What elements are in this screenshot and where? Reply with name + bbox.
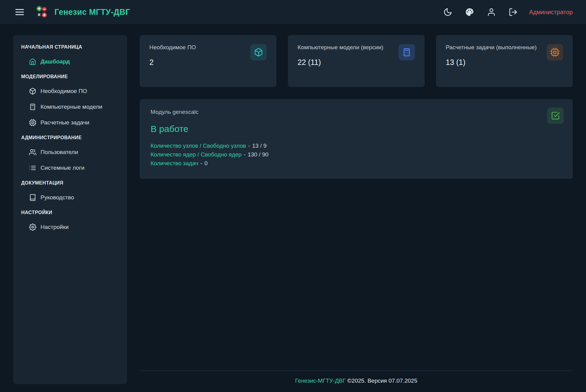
home-icon [29, 58, 36, 65]
sidebar-item-label: Дашбоард [41, 58, 70, 65]
user-role-label: Администратор [529, 9, 573, 16]
stat-label: Необходимое ПО [149, 44, 196, 51]
stat-card-calculation-tasks: Расчетные задачи (выполненные) 13 (1) [436, 35, 573, 87]
menu-toggle-button[interactable] [13, 6, 26, 18]
stat-label: Компьютерные модели (версии) [298, 44, 383, 51]
palette-button[interactable] [464, 6, 475, 18]
cpu-icon [547, 44, 563, 60]
metric-cores: Количество ядер / Свободно ядер-130 / 90 [151, 150, 562, 159]
footer: Генезис-МГТУ-ДВГ ©2025. Версия 07.07.202… [140, 371, 573, 384]
sidebar-item-dashboard[interactable]: Дашбоард [13, 54, 127, 69]
sidebar-item-required-software[interactable]: Необходимое ПО [13, 83, 127, 99]
sidebar-item-computer-models[interactable]: Компьютерные модели [13, 99, 127, 115]
module-status: В работе [151, 124, 562, 134]
metric-tasks: Количество задач-0 [151, 159, 562, 168]
hamburger-icon [15, 7, 25, 17]
app-logo-icon [34, 5, 50, 19]
sidebar-item-label: Настройки [41, 224, 69, 230]
calculator-icon [29, 103, 36, 111]
theme-toggle-button[interactable] [442, 6, 454, 18]
metric-nodes: Количество узлов / Свободно узлов-13 / 9 [151, 141, 562, 150]
sidebar-section-settings: НАСТРОЙКИ [13, 205, 127, 219]
stat-value: 2 [149, 58, 196, 67]
page-title: Генезис МГТУ-ДВГ [54, 8, 130, 17]
users-icon [29, 149, 36, 156]
module-title: Модуль genescalc [151, 109, 562, 115]
sidebar-item-system-logs[interactable]: Системные логи [13, 160, 127, 176]
module-status-card: Модуль genescalc В работе Количество узл… [140, 99, 573, 179]
calculator-icon [399, 44, 415, 60]
main-content: Необходимое ПО 2 Компьютерные модели (ве… [140, 35, 573, 384]
sidebar-item-label: Системные логи [41, 165, 84, 171]
sidebar-item-label: Руководство [41, 194, 74, 201]
app-body: НАЧАЛЬНАЯ СТРАНИЦА Дашбоард МОДЕЛИРОВАНИ… [0, 24, 586, 392]
profile-button[interactable] [486, 6, 497, 18]
logout-button[interactable] [507, 6, 519, 18]
sidebar-item-label: Пользователи [41, 149, 78, 156]
sidebar-section-administration: АДМИНИСТРИРОВАНИЕ [13, 130, 127, 144]
list-icon [29, 164, 36, 172]
sidebar: НАЧАЛЬНАЯ СТРАНИЦА Дашбоард МОДЕЛИРОВАНИ… [13, 35, 127, 384]
module-metrics: Количество узлов / Свободно узлов-13 / 9… [151, 141, 562, 168]
stat-value: 13 (1) [446, 58, 537, 67]
app: Генезис МГТУ-ДВГ [0, 0, 586, 392]
logout-icon [509, 8, 518, 17]
palette-icon [465, 8, 474, 17]
sidebar-item-label: Расчетные задачи [41, 119, 89, 126]
sidebar-item-manual[interactable]: Руководство [13, 190, 127, 205]
header-actions: Администратор [442, 6, 573, 18]
gear-icon [29, 223, 36, 231]
user-icon [487, 8, 496, 17]
sidebar-item-label: Компьютерные модели [41, 104, 102, 110]
book-icon [29, 194, 36, 201]
stat-card-computer-models: Компьютерные модели (версии) 22 (11) [288, 35, 425, 87]
check-square-icon [547, 108, 564, 124]
cpu-icon [29, 119, 36, 126]
sidebar-item-users[interactable]: Пользователи [13, 144, 127, 160]
stats-row: Необходимое ПО 2 Компьютерные модели (ве… [140, 35, 573, 87]
sidebar-item-settings[interactable]: Настройки [13, 219, 127, 235]
sidebar-section-home: НАЧАЛЬНАЯ СТРАНИЦА [13, 40, 127, 54]
header: Генезис МГТУ-ДВГ [0, 0, 586, 24]
footer-text: ©2025. Версия 07.07.2025 [347, 378, 417, 384]
footer-brand: Генезис-МГТУ-ДВГ [295, 378, 346, 384]
cube-icon [250, 44, 267, 60]
stat-value: 22 (11) [298, 58, 383, 67]
cube-icon [29, 88, 36, 95]
stat-card-required-software: Необходимое ПО 2 [140, 35, 276, 87]
moon-icon [443, 8, 452, 17]
sidebar-section-modeling: МОДЕЛИРОВАНИЕ [13, 69, 127, 83]
sidebar-section-documentation: ДОКУМЕНТАЦИЯ [13, 176, 127, 190]
sidebar-item-label: Необходимое ПО [41, 88, 87, 95]
stat-label: Расчетные задачи (выполненные) [446, 44, 537, 51]
sidebar-item-calculation-tasks[interactable]: Расчетные задачи [13, 115, 127, 130]
